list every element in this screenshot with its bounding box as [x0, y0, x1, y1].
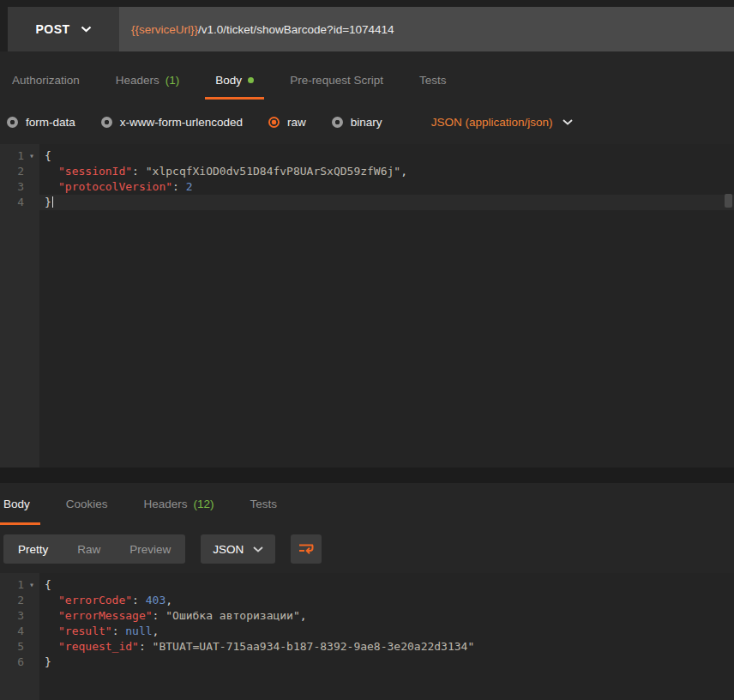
url-path: /v1.0/ticket/showBarcode?id=1074414 [198, 23, 394, 36]
content-type-dropdown[interactable]: JSON (application/json) [431, 116, 574, 129]
postman-window: POST {{serviceUrl}}/v1.0/ticket/showBarc… [0, 0, 734, 700]
line-number: 2 [0, 164, 24, 179]
tab-response-cookies[interactable]: Cookies [56, 483, 118, 525]
json-brace: } [45, 196, 51, 208]
code-line: 3 "protocolVersion": 2 [0, 179, 734, 195]
json-key: "sessionId" [58, 165, 132, 178]
chevron-down-icon [563, 119, 573, 125]
code-line: 4 "result": null, [0, 624, 734, 639]
json-colon: : [172, 180, 186, 193]
tab-authorization[interactable]: Authorization [2, 60, 90, 100]
view-mode-segmented-control: Pretty Raw Preview [3, 534, 185, 564]
json-colon: : [132, 165, 146, 178]
json-key: "result" [58, 625, 112, 637]
response-tabs: Body Cookies Headers(12) Tests [0, 483, 734, 525]
radio-raw[interactable]: raw [268, 116, 306, 129]
json-string-value: "BTUAT=UAT-715aa934-b187-8392-9ae8-3e20a… [153, 640, 475, 653]
radio-selected-icon [268, 117, 280, 128]
preview-button[interactable]: Preview [115, 534, 185, 564]
code-line-current: 4 } [0, 195, 734, 210]
json-string-value: "Ошибка авторизации" [165, 609, 300, 622]
json-colon: : [112, 625, 126, 637]
line-number: 6 [0, 655, 24, 670]
method-dropdown[interactable]: POST [8, 7, 119, 51]
chevron-down-icon [81, 26, 92, 33]
json-key: "request_id" [58, 640, 139, 653]
code-line: 1▾ { [0, 148, 734, 164]
json-colon: : [132, 594, 146, 606]
body-type-row: form-data x-www-form-urlencoded raw bina… [0, 100, 734, 144]
raw-button[interactable]: Raw [63, 534, 115, 564]
radio-form-data[interactable]: form-data [7, 116, 75, 129]
json-colon: : [139, 640, 153, 653]
tab-tests[interactable]: Tests [409, 60, 457, 100]
code-line: 3 "errorMessage": "Ошибка авторизации", [0, 608, 734, 624]
radio-icon [332, 117, 343, 128]
radio-label: form-data [26, 116, 75, 129]
wrap-lines-button[interactable] [291, 534, 322, 564]
radio-label: x-www-form-urlencoded [120, 116, 243, 129]
body-active-dot-icon [248, 77, 254, 83]
line-number: 2 [0, 593, 24, 608]
left-notch [0, 7, 8, 51]
line-number: 4 [0, 624, 24, 639]
request-url-input[interactable]: {{serviceUrl}}/v1.0/ticket/showBarcode?i… [119, 7, 734, 51]
method-label: POST [35, 22, 69, 36]
code-line: 6 } [0, 655, 734, 670]
url-variable: {{serviceUrl}} [131, 23, 198, 36]
radio-label: binary [351, 116, 382, 129]
json-key: "errorCode" [58, 594, 132, 606]
json-brace: } [45, 655, 51, 668]
response-headers-count-badge: (12) [194, 498, 214, 510]
chevron-down-icon [253, 546, 263, 552]
request-tabs: Authorization Headers(1) Body Pre-reques… [0, 60, 734, 100]
json-comma: , [300, 609, 307, 622]
line-number: 3 [0, 608, 24, 624]
radio-label: raw [287, 116, 306, 129]
radio-icon [101, 117, 112, 128]
json-number-value: 403 [146, 594, 165, 606]
code-line: 5 "request_id": "BTUAT=UAT-715aa934-b187… [0, 639, 734, 655]
json-null-value: null [125, 625, 152, 637]
tab-response-body[interactable]: Body [0, 483, 40, 525]
line-number: 4 [0, 195, 24, 210]
tab-pre-request-script[interactable]: Pre-request Script [280, 60, 394, 100]
json-string-value: "xlpcqfXiOD0dv51D84fvP8UArSxQD59zfW6j" [146, 165, 400, 178]
radio-icon [7, 117, 18, 128]
headers-count-badge: (1) [165, 74, 180, 87]
response-format-dropdown[interactable]: JSON [201, 534, 275, 564]
wrap-lines-icon [298, 543, 314, 556]
editor-scrollbar-thumb[interactable] [725, 194, 732, 208]
response-body-viewer[interactable]: 1▾ { 2 "errorCode": 403, 3 "errorMessage… [0, 573, 734, 700]
line-number: 5 [0, 639, 24, 655]
tab-response-headers[interactable]: Headers(12) [134, 483, 225, 525]
code-line: 1▾ { [0, 577, 734, 593]
pane-splitter[interactable] [0, 468, 734, 483]
format-label: JSON [213, 543, 244, 556]
line-number: 1 [0, 148, 24, 164]
json-key: "protocolVersion" [58, 180, 172, 193]
content-type-label: JSON (application/json) [431, 116, 553, 129]
tab-body[interactable]: Body [205, 60, 264, 100]
radio-binary[interactable]: binary [332, 116, 382, 129]
radio-x-www-form-urlencoded[interactable]: x-www-form-urlencoded [101, 116, 243, 129]
line-number: 3 [0, 179, 24, 195]
fold-arrow-icon[interactable]: ▾ [24, 148, 39, 164]
json-brace: { [45, 149, 51, 162]
tab-response-tests[interactable]: Tests [240, 483, 288, 525]
json-comma: , [400, 165, 407, 178]
request-body-editor[interactable]: 1▾ { 2 "sessionId": "xlpcqfXiOD0dv51D84f… [0, 144, 734, 468]
json-colon: : [153, 609, 166, 622]
code-line: 2 "errorCode": 403, [0, 593, 734, 608]
line-number: 1 [0, 577, 24, 593]
top-strip [0, 0, 734, 7]
response-toolbar: Pretty Raw Preview JSON [0, 525, 734, 573]
json-brace: { [45, 578, 51, 591]
json-comma: , [165, 594, 172, 606]
code-line: 2 "sessionId": "xlpcqfXiOD0dv51D84fvP8UA… [0, 164, 734, 179]
text-cursor [52, 196, 53, 208]
tab-headers[interactable]: Headers(1) [105, 60, 190, 100]
request-url-bar: POST {{serviceUrl}}/v1.0/ticket/showBarc… [0, 7, 734, 51]
fold-arrow-icon[interactable]: ▾ [24, 577, 39, 593]
pretty-button[interactable]: Pretty [3, 534, 63, 564]
